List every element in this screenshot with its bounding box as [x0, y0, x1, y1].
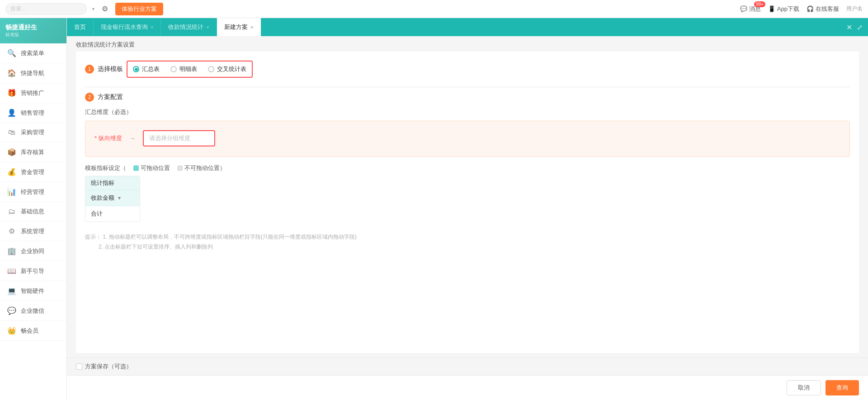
- sidebar-label-inventory: 库存核算: [21, 148, 44, 156]
- radio-summary-label: 汇总表: [142, 65, 160, 73]
- sidebar-item-inventory[interactable]: 📦 库存核算: [0, 142, 66, 162]
- metric-item-row[interactable]: 收款金额 ▾: [85, 190, 140, 206]
- sidebar-label-wechat: 企业微信: [21, 307, 44, 315]
- page-area: 收款情况统计方案设置 1 选择模板 汇总表: [67, 36, 868, 375]
- close-window-icon[interactable]: ✕: [846, 23, 852, 32]
- stats-header: 统计指标: [85, 176, 140, 190]
- trial-button[interactable]: 体验行业方案: [115, 3, 163, 15]
- online-service-item[interactable]: 🎧 在线客服: [807, 5, 839, 13]
- drag-dot: [133, 165, 139, 171]
- sidebar-item-basic[interactable]: 🗂 基础信息: [0, 202, 66, 221]
- save-checkbox-box[interactable]: [76, 363, 82, 370]
- tip-section: 提示： 1. 拖动标题栏可以调整布局，不可跨维度或指标区域拖动栏目字段(只能在同…: [85, 232, 850, 252]
- search-input[interactable]: 搜索...: [5, 3, 87, 15]
- step1-header: 1 选择模板 汇总表 明细表: [85, 61, 850, 78]
- top-bar-left: 搜索... ▾ ⚙ 体验行业方案: [5, 3, 740, 15]
- radio-cross-label: 交叉统计表: [217, 65, 246, 73]
- sidebar-label-finance: 资金管理: [21, 168, 44, 176]
- top-bar: 搜索... ▾ ⚙ 体验行业方案 💬 消息 99+ 📱 App下载 🎧 在线客服…: [0, 0, 868, 18]
- management-icon: 📊: [7, 188, 16, 196]
- system-icon: ⚙: [7, 227, 16, 235]
- step2-title: 方案配置: [98, 93, 123, 101]
- service-label: 在线客服: [816, 5, 839, 13]
- tab-home[interactable]: 首页: [67, 18, 94, 36]
- collab-icon: 🏢: [7, 247, 16, 255]
- sidebar-label-member: 畅会员: [21, 327, 38, 335]
- cancel-button[interactable]: 取消: [787, 380, 821, 395]
- app-download-item[interactable]: 📱 App下载: [768, 5, 799, 13]
- tab-receipt[interactable]: 收款情况统计 ×: [161, 18, 217, 36]
- sidebar-item-hardware[interactable]: 💻 智能硬件: [0, 281, 66, 301]
- form-container: 1 选择模板 汇总表 明细表: [76, 52, 859, 353]
- sidebar-item-guide[interactable]: 📖 新手引导: [0, 261, 66, 281]
- sidebar-item-search[interactable]: 🔍 搜索菜单: [0, 43, 66, 63]
- sidebar-item-marketing[interactable]: 🎁 营销推广: [0, 83, 66, 103]
- search-menu-icon: 🔍: [7, 49, 16, 57]
- tab-cashflow-label: 现金银行流水查询: [101, 23, 148, 31]
- top-bar-right: 💬 消息 99+ 📱 App下载 🎧 在线客服 用户名: [740, 5, 863, 13]
- radio-detail[interactable]: 明细表: [170, 65, 197, 73]
- finance-icon: 💰: [7, 168, 16, 176]
- sidebar-label-collab: 企业协同: [21, 247, 44, 255]
- query-button[interactable]: 查询: [826, 380, 859, 395]
- sidebar-item-member[interactable]: 👑 畅会员: [0, 321, 66, 341]
- tab-new-plan-label: 新建方案: [224, 23, 248, 31]
- sales-icon: 👤: [7, 108, 16, 117]
- action-bar: 取消 查询: [67, 375, 868, 400]
- logo-sub: 标准版: [5, 32, 37, 38]
- sidebar-label-search: 搜索菜单: [21, 49, 44, 57]
- sidebar-label-purchase: 采购管理: [21, 128, 44, 136]
- metrics-table: 统计指标 收款金额 ▾ 合计: [85, 176, 140, 222]
- metric-dropdown-icon[interactable]: ▾: [118, 195, 121, 201]
- no-drag-hint: 不可拖动位置）: [177, 164, 226, 172]
- home-icon: 🏠: [7, 69, 16, 77]
- radio-detail-label: 明细表: [179, 65, 197, 73]
- user-info[interactable]: 用户名: [846, 5, 863, 13]
- sidebar-item-purchase[interactable]: 🛍 采购管理: [0, 123, 66, 142]
- tab-new-plan-close[interactable]: ×: [250, 24, 253, 30]
- dimension-row: * 纵向维度 → 请选择分组维度: [94, 130, 840, 146]
- tip-prefix: 提示：: [85, 234, 101, 240]
- metrics-label: 模板指标设定（: [85, 164, 126, 172]
- step2-badge: 2: [85, 93, 94, 102]
- sidebar: 畅捷通好生 标准版 🔍 搜索菜单 🏠 快捷导航 🎁 营销推广 👤 销售管理 🛍 …: [0, 18, 67, 400]
- drag-hint: 可拖动位置: [133, 164, 170, 172]
- sidebar-item-sales[interactable]: 👤 销售管理: [0, 103, 66, 123]
- search-dropdown-icon[interactable]: ▾: [92, 6, 94, 11]
- sidebar-item-management[interactable]: 📊 经营管理: [0, 182, 66, 202]
- tab-bar: 首页 现金银行流水查询 × 收款情况统计 × 新建方案 × ✕ ⤢: [67, 18, 868, 36]
- tab-receipt-close[interactable]: ×: [206, 24, 209, 30]
- tip1: 提示： 1. 拖动标题栏可以调整布局，不可跨维度或指标区域拖动栏目字段(只能在同…: [85, 232, 850, 242]
- sidebar-item-nav[interactable]: 🏠 快捷导航: [0, 63, 66, 83]
- tab-cashflow-close[interactable]: ×: [151, 24, 153, 30]
- radio-cross[interactable]: 交叉统计表: [208, 65, 246, 73]
- page-breadcrumb: 收款情况统计方案设置: [67, 36, 868, 52]
- sidebar-label-basic: 基础信息: [21, 207, 44, 216]
- sidebar-item-system[interactable]: ⚙ 系统管理: [0, 221, 66, 241]
- metric-total-row: 合计: [85, 206, 140, 221]
- notification-item[interactable]: 💬 消息 99+: [740, 5, 761, 13]
- dimension-select[interactable]: 请选择分组维度: [143, 130, 215, 146]
- service-icon: 🎧: [807, 5, 814, 12]
- sidebar-label-guide: 新手引导: [21, 267, 44, 275]
- divider1: [85, 87, 850, 87]
- save-checkbox[interactable]: 方案保存（可选）: [76, 362, 132, 371]
- member-icon: 👑: [7, 326, 16, 335]
- metric-item-label: 收款金额: [91, 194, 114, 202]
- tab-new-plan[interactable]: 新建方案 ×: [217, 18, 261, 36]
- tab-bar-right: ✕ ⤢: [841, 18, 868, 36]
- sidebar-item-finance[interactable]: 💰 资金管理: [0, 162, 66, 182]
- tab-home-label: 首页: [74, 23, 86, 31]
- maximize-icon[interactable]: ⤢: [857, 23, 863, 32]
- logo-area: 畅捷通好生 标准版: [0, 18, 66, 43]
- sidebar-item-wechat[interactable]: 💬 企业微信: [0, 301, 66, 321]
- wechat-icon: 💬: [7, 306, 16, 315]
- sidebar-label-sales: 销售管理: [21, 109, 44, 117]
- sidebar-item-collab[interactable]: 🏢 企业协同: [0, 241, 66, 261]
- tab-cashflow[interactable]: 现金银行流水查询 ×: [94, 18, 161, 36]
- tip1-text: 1. 拖动标题栏可以调整布局，不可跨维度或指标区域拖动栏目字段(只能在同一维度或…: [103, 234, 356, 240]
- step1-title: 选择模板: [98, 65, 123, 73]
- radio-summary[interactable]: 汇总表: [133, 65, 160, 73]
- gear-icon[interactable]: ⚙: [102, 5, 108, 13]
- summary-dim-section: 汇总维度（必选） * 纵向维度 → 请选择分组维度: [85, 108, 850, 157]
